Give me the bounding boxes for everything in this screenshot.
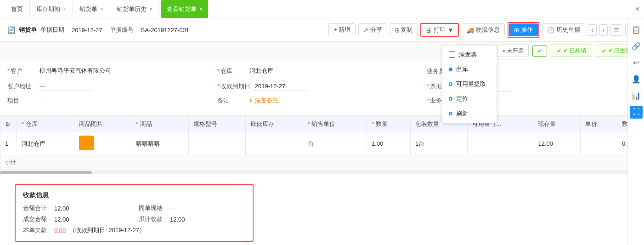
- cell-seq: 1: [0, 132, 17, 155]
- doc-title-area: 🔄 销货单 单据日期 2019-12-27 单据编号 SA-20191227-0…: [7, 26, 321, 34]
- copy-icon: ⎘: [395, 27, 399, 34]
- invoice-status-btn[interactable]: ● 未开票: [497, 45, 529, 57]
- tab-close-view[interactable]: ×: [199, 6, 203, 12]
- add-button[interactable]: + 新增: [328, 23, 356, 36]
- available-qty-label: 可用量提取: [456, 80, 486, 88]
- total-label: 金额合计: [23, 204, 51, 212]
- locate-label: 定位: [456, 95, 468, 103]
- warehouse-field: 仓库 河北仓库: [217, 66, 427, 76]
- cell-warehouse: 河北仓库: [17, 132, 74, 155]
- doc-number-label: 单据编号: [110, 26, 134, 34]
- col-unit-price: 单价: [580, 116, 617, 132]
- total-row: 金额合计 12.00: [23, 204, 130, 212]
- right-panel-user-btn[interactable]: 👤: [630, 73, 643, 85]
- settlement-label: 同单现结: [139, 204, 166, 212]
- col-qty: * 数量: [367, 116, 410, 132]
- cell-unit-price: [580, 132, 617, 155]
- tab-view-sales[interactable]: 查看销货单 ×: [161, 0, 209, 18]
- tab-close-sales[interactable]: ×: [100, 6, 103, 12]
- tab-inventory[interactable]: 库存期初 ×: [30, 0, 73, 18]
- locate-icon: [449, 97, 452, 101]
- add-invoice-item[interactable]: 添发票: [442, 47, 497, 62]
- col-unit: * 销售单位: [303, 116, 367, 132]
- tab-close-inventory[interactable]: ×: [63, 6, 66, 12]
- history-button[interactable]: 🕐 历史单据: [542, 23, 585, 36]
- effective-check-icon: ✔: [602, 48, 606, 54]
- add-invoice-label: 添发票: [459, 51, 477, 59]
- total-value: 12.00: [54, 205, 69, 212]
- outbound-dot-icon: [449, 68, 452, 71]
- right-panel-return-btn[interactable]: ↩: [630, 56, 643, 69]
- customer-field: 客户 柳州粤港平安气体有限公司: [7, 66, 217, 76]
- project-field: 项目 —: [7, 96, 217, 105]
- data-table: ⚙ * 仓库 商品图片 * 商品 规格型号 最低库存 * 销售单位 * 数量 包…: [0, 116, 644, 170]
- cell-available: [468, 132, 533, 155]
- return-panel-icon: ↩: [633, 58, 639, 67]
- logistics-button[interactable]: 🚚 物流信息: [462, 23, 505, 36]
- cell-current-stock: 12.00: [533, 132, 580, 155]
- refresh-item[interactable]: 刷新: [442, 106, 497, 121]
- note-field: 备注 ＋ 添加备注: [217, 97, 427, 105]
- locate-item[interactable]: 定位: [442, 91, 497, 106]
- tab-bar-close[interactable]: ×: [635, 5, 639, 13]
- col-min-stock: 最低库存: [246, 116, 303, 132]
- col-product-img: 商品图片: [74, 116, 131, 132]
- verified-check-icon: ✔: [557, 48, 561, 54]
- due-date-value[interactable]: 2019-12-27: [253, 82, 308, 91]
- right-panel-link-btn[interactable]: 🔗: [630, 40, 643, 52]
- tab-sales[interactable]: 销货单 ×: [73, 0, 110, 18]
- doc-date-value: 2019-12-27: [72, 27, 102, 34]
- check-icon: ✔: [537, 48, 542, 54]
- tab-home[interactable]: 首页: [5, 0, 30, 18]
- print-button[interactable]: 🖨 打印 ▼: [420, 23, 459, 37]
- due-date-field: 收款到期日 2019-12-27: [217, 82, 427, 91]
- truck-icon: 🚚: [467, 27, 474, 34]
- due-date-label: 收款到期日: [217, 82, 250, 91]
- add-note-button[interactable]: ＋ 添加备注: [248, 97, 279, 105]
- view-list-button[interactable]: ☰: [610, 24, 622, 36]
- cumulative-row: 累计收款 12.00: [139, 215, 245, 223]
- user-panel-icon: 👤: [632, 75, 641, 84]
- print-dropdown-icon: ▼: [447, 27, 453, 34]
- form-row-2: 客户地址 — 收款到期日 2019-12-27 票据类型 不开票: [7, 81, 637, 91]
- table-header: ⚙ * 仓库 商品图片 * 商品 规格型号 最低库存 * 销售单位 * 数量 包…: [0, 116, 644, 132]
- nav-next-button[interactable]: ›: [599, 24, 608, 36]
- balance-value: 0.00: [54, 227, 66, 234]
- col-current-stock: 现存量: [533, 116, 580, 132]
- share-button[interactable]: ↗ 分享: [358, 23, 387, 36]
- plus-icon: ＋: [248, 97, 254, 105]
- cumulative-label: 累计收款: [139, 215, 166, 223]
- trade-amount-label: 成交金额: [23, 215, 51, 223]
- note-label: 备注: [217, 97, 245, 105]
- right-panel-copy-btn[interactable]: 📋: [630, 23, 643, 36]
- form-row-3: 项目 — 备注 ＋ 添加备注 业务员孟 —: [7, 96, 637, 105]
- right-panel-expand-btn[interactable]: ⛶: [630, 106, 643, 119]
- doc-meta: 单据日期 2019-12-27 单据编号 SA-20191227-001: [40, 26, 189, 34]
- nav-prev-button[interactable]: ‹: [588, 24, 596, 36]
- col-gear[interactable]: ⚙: [0, 116, 17, 132]
- tab-close-history[interactable]: ×: [149, 6, 153, 12]
- cell-product: 嘻嘻嘻嘻: [131, 132, 189, 155]
- customer-value[interactable]: 柳州粤港平安气体有限公司: [38, 66, 113, 76]
- trade-amount-row: 成交金额 12.00: [23, 215, 130, 223]
- cell-min-stock: [246, 132, 303, 155]
- address-label: 客户地址: [7, 82, 35, 91]
- table-body: 1 河北仓库 嘻嘻嘻嘻 台 1.00 1台 12.00 0.: [0, 132, 644, 170]
- address-value[interactable]: —: [38, 82, 93, 91]
- customer-label: 客户: [7, 67, 35, 75]
- doc-header: 🔄 销货单 单据日期 2019-12-27 单据编号 SA-20191227-0…: [0, 18, 644, 42]
- warehouse-value[interactable]: 河北仓库: [248, 66, 303, 76]
- project-value[interactable]: —: [38, 96, 93, 105]
- tab-sales-history[interactable]: 销货单历史 ×: [110, 0, 159, 18]
- project-label: 项目: [7, 97, 35, 105]
- outbound-item[interactable]: 出库: [442, 62, 497, 77]
- right-panel-chart-btn[interactable]: 📊: [630, 89, 643, 102]
- table-row: 1 河北仓库 嘻嘻嘻嘻 台 1.00 1台 12.00 0.: [0, 132, 644, 155]
- available-qty-icon: [449, 82, 452, 86]
- copy-button[interactable]: ⎘ 复制: [390, 23, 418, 36]
- check-icon-btn[interactable]: ✔: [532, 46, 547, 57]
- operations-button[interactable]: ⊞ 操作: [509, 23, 538, 36]
- subtotal-row: 小计: [0, 155, 644, 170]
- col-spec: 规格型号: [188, 116, 246, 132]
- available-qty-item[interactable]: 可用量提取: [442, 77, 497, 91]
